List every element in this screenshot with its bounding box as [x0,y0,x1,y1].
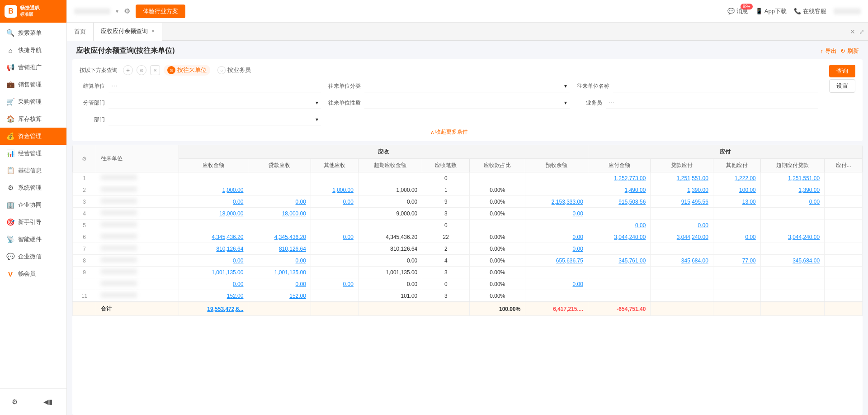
tab-close-icon[interactable]: × [151,28,155,34]
managing-dept-label: 分管部门 [80,99,105,107]
footer-empty-settings [73,302,96,316]
col-partner-header: 往来单位 [96,145,179,172]
settings-button[interactable]: 设置 [829,79,855,93]
partner-nature-input[interactable]: ▾ [364,97,570,109]
query-button[interactable]: 查询 [829,65,855,77]
filter-partner-name: 往来单位名称 [577,80,818,92]
topbar-dropdown-icon[interactable]: ▾ [116,8,118,14]
tab-expand-icon[interactable]: ⤢ [859,28,864,35]
sidebar-label-marketing: 营销推广 [18,63,42,72]
table-settings-header[interactable]: ⚙ [73,145,96,172]
logo-text: 畅捷通叭 [20,5,40,11]
sidebar-item-search-menu[interactable]: 🔍 搜索菜单 [0,24,66,42]
collapse-chevron-icon: ∧ [430,129,434,135]
footer-other-payable [713,302,760,316]
sidebar-item-basic-info[interactable]: 📋 基础信息 [0,162,66,179]
enterprise-icon: 🏢 [6,201,14,209]
col-loan-payable: 贷款应付 [651,159,713,172]
filter-collapse-button[interactable]: « [150,65,160,75]
filter-collapse-row: ∧ 收起更多条件 [80,128,818,136]
table-row: 7810,126.64810,126.64810,126.6420.00%0.0… [73,243,863,255]
sidebar-bottom-collapse[interactable]: ◀▮ [41,395,58,409]
sidebar-label-guide: 新手引导 [18,218,42,226]
sidebar-bottom-settings[interactable]: ⚙ [8,395,25,409]
sidebar-item-funds[interactable]: 💰 资金管理 [0,128,66,145]
filter-scheme-label: 按以下方案查询 [80,67,118,74]
filter-area: 按以下方案查询 + ⊙ « ⊙ 按往来单位 ○ 按业务员 [72,59,863,141]
department-label: 部门 [80,116,105,124]
salesperson-input[interactable]: ··· [606,97,818,109]
sidebar-item-guide[interactable]: 🎯 新手引导 [0,214,66,231]
industry-plan-button[interactable]: 体验行业方案 [136,5,185,18]
salesperson-label: 业务员 [577,99,602,107]
col-prepaid-balance: 预收余额 [525,159,588,172]
footer-other-receivable [311,302,358,316]
col-overdue-receivable: 超期应收金额 [358,159,422,172]
sidebar-label-basic: 基础信息 [18,167,42,175]
tab-ar-ap[interactable]: 应收应付余额查询 × [94,23,162,41]
message-button[interactable]: 💬 消息 99+ [727,7,748,15]
tab-close-all-icon[interactable]: ✕ [850,28,855,35]
app-download-button[interactable]: 📱 App下载 [755,7,787,15]
sidebar-item-system[interactable]: ⚙ 系统管理 [0,179,66,196]
topbar-settings-icon[interactable]: ⚙ [124,7,130,15]
footer-overdue-payable [760,302,824,316]
sidebar-item-enterprise[interactable]: 🏢 企业协同 [0,196,66,214]
search-menu-icon: 🔍 [6,29,14,37]
sidebar-item-operation[interactable]: 📊 经营管理 [0,145,66,162]
sidebar-label-funds: 资金管理 [18,132,42,140]
filter-salesperson-field: 业务员 ··· [577,97,818,109]
filter-add-button[interactable]: + [123,65,133,75]
partner-nature-arrow: ▾ [564,100,567,106]
export-button[interactable]: ↑ 导出 [821,47,837,55]
sidebar-item-sales[interactable]: 💼 销售管理 [0,76,66,93]
table-settings-gear-icon[interactable]: ⚙ [82,156,87,162]
filter-collapse-link[interactable]: ∧ 收起更多条件 [430,128,468,136]
partner-category-input[interactable]: ▾ [364,81,570,92]
marketing-icon: 📢 [6,63,14,72]
table-container[interactable]: ⚙ 往来单位 应收 应付 应收金额 贷款应收 其他应收 超期应收金额 应收笔数 … [72,145,863,415]
filter-salesperson-icon: ○ [217,66,226,74]
data-table: ⚙ 往来单位 应收 应付 应收金额 贷款应收 其他应收 超期应收金额 应收笔数 … [72,145,863,316]
table-row: 21,000.001,000.001,000.0010.00%1,490.001… [73,184,863,196]
filter-by-partner[interactable]: ⊙ 按往来单位 [164,65,210,76]
department-arrow: ▾ [316,116,318,123]
topbar: ▾ ⚙ 体验行业方案 💬 消息 99+ 📱 App下载 📞 在线客服 [67,0,868,23]
settlement-unit-input[interactable]: ··· [108,80,321,92]
sidebar-item-purchase[interactable]: 🛒 采购管理 [0,93,66,110]
managing-dept-arrow: ▾ [316,100,318,106]
tab-home[interactable]: 首页 [67,23,94,41]
sidebar-label-sales: 销售管理 [18,81,42,89]
filter-by-salesperson[interactable]: ○ 按业务员 [214,65,255,76]
col-receivable-ratio: 应收款占比 [470,159,525,172]
sidebar-label-wechat: 企业微信 [18,253,42,261]
footer-loan-payable [651,302,713,316]
sidebar-label-operation: 经营管理 [18,149,42,157]
refresh-button[interactable]: ↻ 刷新 [840,47,859,55]
partner-name-label: 往来单位名称 [577,82,609,90]
sidebar-item-quick-nav[interactable]: ⌂ 快捷导航 [0,42,66,59]
col-payable-group-header: 应付 [588,145,862,159]
sidebar-item-member[interactable]: V 畅会员 [0,265,66,282]
partner-name-input[interactable] [613,81,818,92]
sidebar-item-wechat[interactable]: 💬 企业微信 [0,248,66,265]
footer-payable-amount: -654,751.40 [588,302,651,316]
department-input[interactable]: ▾ [108,114,321,125]
filter-salesperson-label: 按业务员 [227,66,251,74]
filter-scheme-button[interactable]: ⊙ [137,65,146,75]
partner-nature-label: 往来单位性质 [328,99,361,107]
footer-receivable-amount[interactable]: 19,553,472,6... [179,302,248,316]
managing-dept-input[interactable]: ▾ [108,97,321,109]
sidebar-item-smart-hw[interactable]: 📡 智能硬件 [0,231,66,248]
sidebar-item-marketing[interactable]: 📢 营销推广 [0,59,66,76]
refresh-icon: ↻ [840,48,845,54]
wechat-icon: 💬 [6,253,14,261]
salesperson-dots-icon: ··· [609,99,614,107]
sidebar-item-warehouse[interactable]: 🏠 库存核算 [0,110,66,128]
online-service-button[interactable]: 📞 在线客服 [794,7,826,15]
filter-partner-icon: ⊙ [167,66,175,74]
smart-hw-icon: 📡 [6,235,14,243]
table-row: 500.000.00 [73,219,863,231]
partner-category-arrow: ▾ [564,83,567,89]
query-buttons: 查询 设置 [829,65,855,93]
